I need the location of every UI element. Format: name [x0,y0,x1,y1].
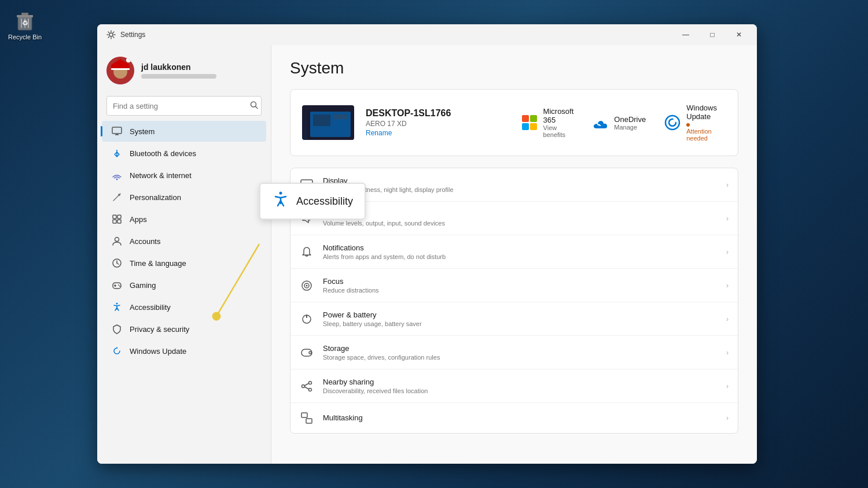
sidebar-item-network[interactable]: Network & internet [102,165,266,186]
nearby-desc: Discoverability, received files location [323,387,717,394]
settings-title-icon [106,30,116,39]
sidebar-item-personalization[interactable]: Personalization [102,187,266,208]
sidebar-item-label-privacy: Privacy & security [130,325,189,334]
recycle-bin-icon: ♻ [13,8,36,31]
minimize-button[interactable]: — [672,25,699,44]
maximize-button[interactable]: □ [699,25,726,44]
svg-line-14 [256,106,258,109]
monitor-icon [111,125,123,137]
rename-link[interactable]: Rename [366,129,501,137]
svg-point-25 [115,238,119,242]
nearby-icon [300,379,314,393]
settings-item-nearby[interactable]: Nearby sharing Discoverability, received… [290,369,738,403]
user-info: jd laukkonen [141,62,216,79]
quick-link-windows-update[interactable]: Windows Update Attention needed [655,99,726,146]
recycle-bin[interactable]: ♻ Recycle Bin [6,6,44,43]
windows-update-text: Windows Update Attention needed [686,103,717,142]
search-icon [250,101,258,109]
sidebar-item-bluetooth[interactable]: Bluetooth & devices [102,143,266,164]
settings-item-power[interactable]: Power & battery Sleep, battery usage, ba… [290,302,738,336]
search-button[interactable] [250,101,258,111]
multitasking-text: Multitasking [323,413,717,423]
time-icon [111,257,123,269]
focus-text: Focus Reduce distractions [323,277,717,294]
svg-point-34 [116,303,118,305]
svg-point-18 [116,179,118,180]
sidebar-item-label-apps: Apps [130,215,147,224]
nearby-chevron-icon: › [726,382,729,390]
personalization-icon [111,191,123,203]
svg-rect-2 [21,13,28,15]
ms365-subtitle: View benefits [543,124,574,138]
power-title: Power & battery [323,310,717,319]
main-content: System DESKT [271,45,757,464]
sidebar-item-system[interactable]: System [102,121,266,142]
ms365-text: Microsoft 365 View benefits [543,107,574,138]
sidebar-item-update[interactable]: Windows Update [102,341,266,361]
close-button[interactable]: ✕ [726,25,752,44]
sidebar-item-accounts[interactable]: Accounts [102,231,266,252]
sidebar-item-privacy[interactable]: Privacy & security [102,319,266,339]
system-info-card: DESKTOP-1SL1766 AERO 17 XD Rename [290,89,738,156]
content-area: jd laukkonen [97,45,757,464]
recycle-bin-label: Recycle Bin [8,34,42,40]
svg-point-43 [665,116,679,130]
title-bar-left: Settings [106,30,145,39]
storage-desc: Storage space, drives, configuration rul… [323,354,717,361]
user-name: jd laukkonen [141,62,216,72]
pc-model: AERO 17 XD [366,120,501,128]
svg-point-11 [126,58,131,62]
sidebar-item-label-system: System [130,127,155,136]
settings-window: Settings — □ ✕ [97,24,757,464]
svg-point-53 [309,352,311,354]
nearby-title: Nearby sharing [323,378,717,386]
pc-name: DESKTOP-1SL1766 [366,108,501,119]
svg-rect-12 [111,68,130,70]
windows-update-subtitle: Attention needed [686,121,717,142]
sidebar-item-accessibility[interactable]: Accessibility [102,297,266,317]
gaming-icon [111,279,123,291]
power-text: Power & battery Sleep, battery usage, ba… [323,310,717,327]
svg-rect-38 [333,114,348,119]
privacy-icon [111,323,123,335]
accounts-icon [111,235,123,247]
settings-item-storage[interactable]: Storage Storage space, drives, configura… [290,336,738,369]
svg-point-32 [118,284,119,286]
svg-rect-42 [530,123,537,130]
sidebar-item-label-network: Network & internet [130,171,192,180]
settings-item-focus[interactable]: Focus Reduce distractions › [290,269,738,302]
svg-rect-52 [301,349,312,356]
search-input[interactable] [106,96,262,116]
sidebar-item-gaming[interactable]: Gaming [102,275,266,295]
page-title: System [290,59,738,77]
svg-rect-40 [530,115,537,122]
focus-title: Focus [323,277,717,286]
sidebar-item-label-bluetooth: Bluetooth & devices [130,149,196,158]
apps-icon [111,213,123,225]
quick-link-onedrive[interactable]: OneDrive Manage [583,99,655,146]
sidebar-item-time[interactable]: Time & language [102,253,266,273]
notifications-title: Notifications [323,243,717,252]
title-bar-controls: — □ ✕ [672,25,752,44]
settings-item-multitasking[interactable]: Multitasking › [290,403,738,433]
quick-link-ms365[interactable]: Microsoft 365 View benefits [512,99,583,146]
settings-item-notifications[interactable]: Notifications Alerts from apps and syste… [290,235,738,269]
sidebar-item-apps[interactable]: Apps [102,209,266,230]
avatar-image [106,57,134,84]
onedrive-text: OneDrive Manage [614,115,646,131]
svg-point-55 [309,381,312,384]
sound-chevron-icon: › [726,215,729,223]
svg-point-7 [109,33,113,36]
svg-rect-39 [522,115,529,122]
focus-desc: Reduce distractions [323,287,717,294]
user-profile[interactable]: jd laukkonen [97,50,271,94]
tooltip-label: Accessibility [296,195,353,208]
svg-rect-41 [522,123,529,130]
avatar [106,57,134,84]
onedrive-icon [592,114,608,131]
svg-rect-15 [112,127,122,134]
svg-point-56 [309,388,312,391]
svg-rect-22 [117,215,121,219]
pc-thumbnail [302,105,354,140]
sidebar-item-label-personalization: Personalization [130,193,181,202]
